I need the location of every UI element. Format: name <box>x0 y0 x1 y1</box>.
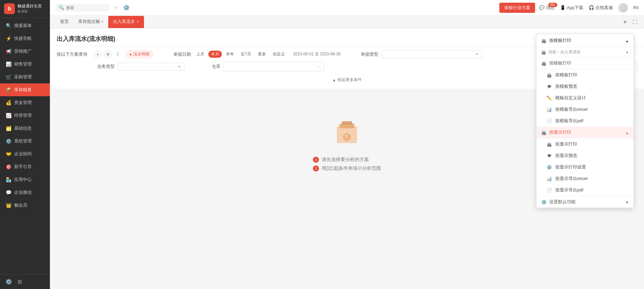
sidebar-item-appstore[interactable]: 🏪 应用中心 <box>0 173 50 186</box>
tabbar-controls: ✕ ⛶ <box>622 19 639 25</box>
sidebar-item-search[interactable]: 🔍 搜索菜单 <box>0 19 50 32</box>
display-print-item[interactable]: 🖨️ 按显示打印 <box>536 138 634 150</box>
warehouse-input[interactable]: ··· <box>223 62 324 71</box>
sidebar-settings-icon[interactable]: ⚙️ <box>5 279 12 285</box>
sidebar-item-label: 基础信息 <box>14 125 32 131</box>
collapse-icon: ▲ <box>332 78 336 82</box>
this-month-shortcut[interactable]: 本月 <box>208 51 222 58</box>
item-pdf-icon: 📄 <box>547 119 552 124</box>
template-export-pdf-item[interactable]: 📄 按模板导出pdf <box>536 115 634 127</box>
filter-settings-button[interactable]: ⚙ <box>104 51 112 58</box>
purchase-icon: 🛒 <box>5 74 11 80</box>
empty-illustration: ? <box>330 116 364 150</box>
footer-settings-icon: ⚙️ <box>541 200 547 205</box>
display-print-settings-item[interactable]: ⚙️ 按显示打印设置 <box>536 161 634 173</box>
bill-type-input[interactable]: ▼ <box>381 50 482 58</box>
warehouse-dots: ··· <box>317 64 321 69</box>
item-display-preview-icon: 👁️ <box>547 153 552 158</box>
message-badge: 99+ <box>548 3 557 7</box>
dropdown-chevron-up[interactable] <box>625 38 629 43</box>
tab-flow[interactable]: 出入库流水 × <box>108 16 144 28</box>
display-preview-item[interactable]: 👁️ 按显示预览 <box>536 150 634 161</box>
template-export-excel-item[interactable]: 📊 按模板导出excel <box>536 104 634 115</box>
collab-icon: 🤝 <box>5 151 11 157</box>
sidebar-item-finance[interactable]: 💰 资金管理 <box>0 96 50 109</box>
tab-batch-close[interactable]: × <box>101 20 104 24</box>
current-template-label: 当前：出入库流水 <box>548 49 581 55</box>
template-preview-item[interactable]: 👁️ 按模板预览 <box>536 81 634 92</box>
flow-detail-tag[interactable]: ● 流水明细 <box>126 50 153 58</box>
more-shortcut[interactable]: 更多 <box>255 51 269 58</box>
sidebar-item-wechat[interactable]: 💬 企业微信 <box>0 186 50 199</box>
member-icon: 👑 <box>5 203 11 208</box>
sidebar-item-purchase[interactable]: 🛒 采购管理 <box>0 71 50 83</box>
sidebar-item-label: 快捷导航 <box>14 35 32 42</box>
svg-rect-2 <box>342 121 352 125</box>
template-print-section-header[interactable]: 🖨️ 按模板打印 <box>536 57 634 69</box>
sidebar-toggle-icon[interactable]: ⊞ <box>18 279 22 285</box>
sidebar-item-sales[interactable]: 📊 销售管理 <box>0 58 50 71</box>
message-area[interactable]: 💬 消息 99+ <box>539 5 555 11</box>
tab-maximize-icon[interactable]: ⛶ <box>631 19 639 25</box>
template-custom-item[interactable]: ✏️ 模板自定义设计 <box>536 92 634 104</box>
tab-batch[interactable]: 库存批次账 × <box>74 16 108 28</box>
search-input[interactable] <box>66 5 100 10</box>
avatar[interactable] <box>618 3 628 12</box>
sidebar-item-label: 资金管理 <box>14 100 32 106</box>
sidebar-item-base[interactable]: 🗂️ 基础信息 <box>0 122 50 135</box>
bill-type-filter: 单据类型 ▼ <box>361 50 482 58</box>
display-section-chevron[interactable] <box>625 130 629 135</box>
template-print-item[interactable]: 🖨️ 按模板打印 <box>536 69 634 81</box>
item-preview-icon: 👁️ <box>547 84 552 89</box>
business-type-chevron: ▼ <box>178 65 181 69</box>
add-filter-button[interactable]: + <box>94 51 101 58</box>
custom-shortcut[interactable]: 自定义 <box>270 51 288 58</box>
current-template-chevron[interactable] <box>625 50 629 55</box>
sidebar-item-member[interactable]: 👑 畅会员 <box>0 199 50 212</box>
guide-icon: 🎯 <box>5 164 11 169</box>
sidebar-item-system[interactable]: ⚙️ 系统管理 <box>0 135 50 148</box>
date-filter: 单据日期 上月 本月 本年 近7天 更多 自定义 2023-06-01 至 20… <box>173 51 341 58</box>
date-range-display: 2023-06-01 至 2023-06-30 <box>293 51 341 57</box>
tab-home[interactable]: 首页 <box>55 16 74 28</box>
industry-solution-button[interactable]: 体验行业方案 <box>499 3 535 13</box>
display-print-section-header[interactable]: 🖨️ 按显示打印 <box>536 127 634 138</box>
last-7-days-shortcut[interactable]: 近7天 <box>238 51 254 58</box>
filter-collapse-button[interactable]: 《 <box>114 51 119 57</box>
topbar: 🔍 ▾ ⚙️ 体验行业方案 💬 消息 99+ 📱 App下载 🎧 在线客服 <box>50 0 644 16</box>
logo-sub: 标准版 <box>18 9 42 14</box>
app-download-area[interactable]: 📱 App下载 <box>560 5 583 11</box>
tab-flow-close[interactable]: × <box>137 20 139 24</box>
dropdown-footer-settings[interactable]: ⚙️ 设置默认功能 <box>536 196 634 208</box>
footer-chevron[interactable] <box>625 200 629 205</box>
sidebar-item-inventory[interactable]: 📦 库存核算 <box>0 83 50 96</box>
empty-step-1: 1 请先选择要分析的方案 <box>313 157 381 163</box>
sidebar-item-operations[interactable]: 📈 经营管理 <box>0 109 50 122</box>
section-display-icon: 🖨️ <box>541 130 547 135</box>
step-2-number: 2 <box>313 165 319 172</box>
business-type-label: 业务类型 <box>97 63 115 70</box>
gear-icon[interactable]: ⚙️ <box>123 4 130 11</box>
sidebar-item-label: 销售管理 <box>14 61 32 67</box>
online-service-area[interactable]: 🎧 在线客服 <box>589 5 613 11</box>
business-type-input[interactable]: ▼ <box>117 63 185 71</box>
sidebar-item-quicknav[interactable]: ⚡ 快捷导航 <box>0 32 50 45</box>
display-export-excel-item[interactable]: 📊 按显示导出excel <box>536 173 634 184</box>
display-export-pdf-item[interactable]: 📄 按显示导出pdf <box>536 184 634 196</box>
bill-type-chevron: ▼ <box>475 52 478 56</box>
date-shortcuts: 上月 本月 本年 近7天 更多 自定义 <box>194 51 288 58</box>
sidebar-item-guide[interactable]: 🎯 新手引导 <box>0 160 50 173</box>
sidebar-bottom: ⚙️ ⊞ <box>0 274 50 289</box>
last-month-shortcut[interactable]: 上月 <box>194 51 207 58</box>
sidebar-item-label: 采购管理 <box>14 74 32 80</box>
this-year-shortcut[interactable]: 本年 <box>223 51 237 58</box>
sidebar-item-label: 系统管理 <box>14 138 32 144</box>
print-dropdown-panel: 🖨️ 按模板打印 🖨️ 当前：出入库流水 🖨️ 按模板打印 🖨️ 按模板打印 👁… <box>536 34 634 208</box>
tab-close-all-icon[interactable]: ✕ <box>622 19 628 25</box>
sidebar-item-marketing[interactable]: 📢 营销推广 <box>0 45 50 58</box>
item-display-pdf-icon: 📄 <box>547 188 552 193</box>
search-box[interactable]: 🔍 <box>55 4 109 11</box>
sidebar-item-collab[interactable]: 🤝 企业协同 <box>0 148 50 160</box>
logo-text-area: 畅捷通好生意 标准版 <box>18 4 42 14</box>
sidebar-item-label: 应用中心 <box>14 177 32 183</box>
